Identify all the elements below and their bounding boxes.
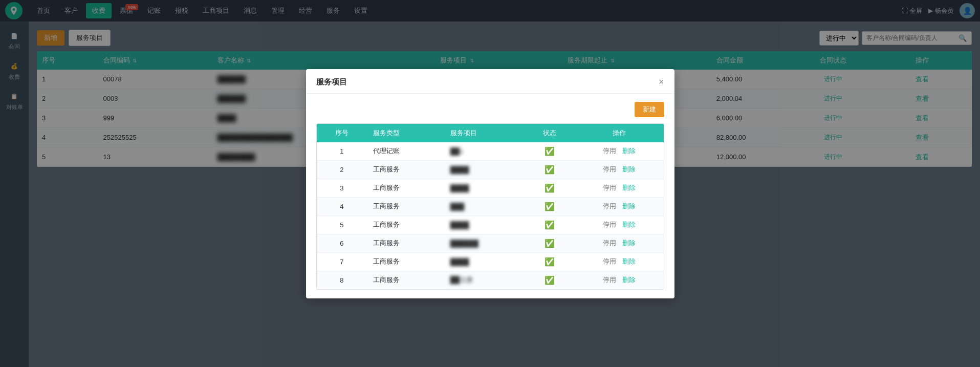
modal-cell-seq: 8 xyxy=(317,271,367,289)
modal-cell-status: ✅ xyxy=(524,234,575,252)
modal-cell-item: ████ xyxy=(444,179,525,197)
modal-cell-type: 工商服务 xyxy=(367,160,444,179)
modal-col-header-服务项目: 服务项目 xyxy=(444,124,525,142)
modal-col-header-服务类型: 服务类型 xyxy=(367,124,444,142)
modal-col-header-状态: 状态 xyxy=(524,124,575,142)
modal-cell-type: 工商服务 xyxy=(367,234,444,252)
status-check-icon: ✅ xyxy=(545,257,555,266)
stop-button[interactable]: 停用 xyxy=(603,147,616,155)
modal-header: 服务项目 × xyxy=(306,69,674,94)
modal-cell-actions: 停用 删除 xyxy=(575,234,663,252)
modal-cell-status: ✅ xyxy=(524,197,575,215)
modal-table-row: 2工商服务████✅ 停用 删除 xyxy=(317,160,664,179)
modal-cell-seq: 1 xyxy=(317,142,367,161)
modal-cell-actions: 停用 删除 xyxy=(575,252,663,271)
modal-toolbar: 新建 xyxy=(316,102,664,117)
modal-cell-status: ✅ xyxy=(524,142,575,161)
modal-table-row: 5工商服务████✅ 停用 删除 xyxy=(317,215,664,234)
delete-button[interactable]: 删除 xyxy=(622,276,636,284)
modal-table-row: 1代理记账██1✅ 停用 删除 xyxy=(317,142,664,161)
modal-cell-item: ███ xyxy=(444,197,525,215)
modal-cell-seq: 5 xyxy=(317,215,367,234)
delete-button[interactable]: 删除 xyxy=(622,202,636,210)
modal-cell-seq: 7 xyxy=(317,252,367,271)
stop-button[interactable]: 停用 xyxy=(603,202,616,210)
status-check-icon: ✅ xyxy=(545,276,555,285)
modal-cell-actions: 停用 删除 xyxy=(575,160,663,179)
modal-cell-seq: 6 xyxy=(317,234,367,252)
status-check-icon: ✅ xyxy=(545,165,555,174)
modal-cell-seq: 2 xyxy=(317,160,367,179)
modal-cell-item: ████ xyxy=(444,215,525,234)
status-check-icon: ✅ xyxy=(545,239,555,248)
delete-button[interactable]: 删除 xyxy=(622,239,636,247)
modal-col-header-序号: 序号 xyxy=(317,124,367,142)
modal-cell-item: ████ xyxy=(444,252,525,271)
stop-button[interactable]: 停用 xyxy=(603,239,616,247)
stop-button[interactable]: 停用 xyxy=(603,165,616,173)
modal-col-header-操作: 操作 xyxy=(575,124,663,142)
modal-cell-type: 工商服务 xyxy=(367,252,444,271)
modal-cell-seq: 4 xyxy=(317,197,367,215)
status-check-icon: ✅ xyxy=(545,202,555,211)
stop-button[interactable]: 停用 xyxy=(603,184,616,191)
modal-close-button[interactable]: × xyxy=(659,77,664,87)
modal-overlay[interactable]: 服务项目 × 新建 序号服务类型服务项目状态操作 1代理记账██1✅ 停用 删除… xyxy=(0,0,980,367)
modal-table: 序号服务类型服务项目状态操作 1代理记账██1✅ 停用 删除 2工商服务████… xyxy=(317,124,664,290)
stop-button[interactable]: 停用 xyxy=(603,221,616,228)
modal: 服务项目 × 新建 序号服务类型服务项目状态操作 1代理记账██1✅ 停用 删除… xyxy=(306,69,674,298)
modal-cell-status: ✅ xyxy=(524,271,575,289)
modal-table-row: 4工商服务███✅ 停用 删除 xyxy=(317,197,664,215)
modal-cell-actions: 停用 删除 xyxy=(575,215,663,234)
stop-button[interactable]: 停用 xyxy=(603,257,616,265)
modal-table-row: 8工商服务██注册✅ 停用 删除 xyxy=(317,271,664,289)
modal-title: 服务项目 xyxy=(316,77,347,87)
modal-new-button[interactable]: 新建 xyxy=(635,102,664,117)
delete-button[interactable]: 删除 xyxy=(622,165,636,173)
modal-cell-status: ✅ xyxy=(524,179,575,197)
modal-cell-status: ✅ xyxy=(524,160,575,179)
modal-table-wrap[interactable]: 序号服务类型服务项目状态操作 1代理记账██1✅ 停用 删除 2工商服务████… xyxy=(316,123,664,290)
modal-cell-type: 工商服务 xyxy=(367,197,444,215)
modal-cell-type: 代理记账 xyxy=(367,142,444,161)
status-check-icon: ✅ xyxy=(545,184,555,192)
delete-button[interactable]: 删除 xyxy=(622,184,636,191)
modal-cell-type: 工商服务 xyxy=(367,179,444,197)
modal-cell-actions: 停用 删除 xyxy=(575,271,663,289)
status-check-icon: ✅ xyxy=(545,147,555,156)
modal-table-row: 3工商服务████✅ 停用 删除 xyxy=(317,179,664,197)
delete-button[interactable]: 删除 xyxy=(622,221,636,228)
stop-button[interactable]: 停用 xyxy=(603,276,616,284)
modal-cell-seq: 3 xyxy=(317,179,367,197)
modal-cell-item: ██████ xyxy=(444,234,525,252)
modal-cell-item: ████ xyxy=(444,160,525,179)
status-check-icon: ✅ xyxy=(545,221,555,229)
modal-cell-item: ██1 xyxy=(444,142,525,161)
modal-cell-actions: 停用 删除 xyxy=(575,142,663,161)
modal-table-row: 7工商服务████✅ 停用 删除 xyxy=(317,252,664,271)
modal-table-row: 6工商服务██████✅ 停用 删除 xyxy=(317,234,664,252)
delete-button[interactable]: 删除 xyxy=(622,257,636,265)
modal-cell-status: ✅ xyxy=(524,252,575,271)
modal-body: 新建 序号服务类型服务项目状态操作 1代理记账██1✅ 停用 删除 2工商服务█… xyxy=(306,94,674,298)
modal-cell-actions: 停用 删除 xyxy=(575,197,663,215)
modal-cell-type: 工商服务 xyxy=(367,271,444,289)
modal-cell-type: 工商服务 xyxy=(367,215,444,234)
modal-cell-actions: 停用 删除 xyxy=(575,179,663,197)
modal-cell-item: ██注册 xyxy=(444,271,525,289)
delete-button[interactable]: 删除 xyxy=(622,147,636,155)
modal-cell-status: ✅ xyxy=(524,215,575,234)
